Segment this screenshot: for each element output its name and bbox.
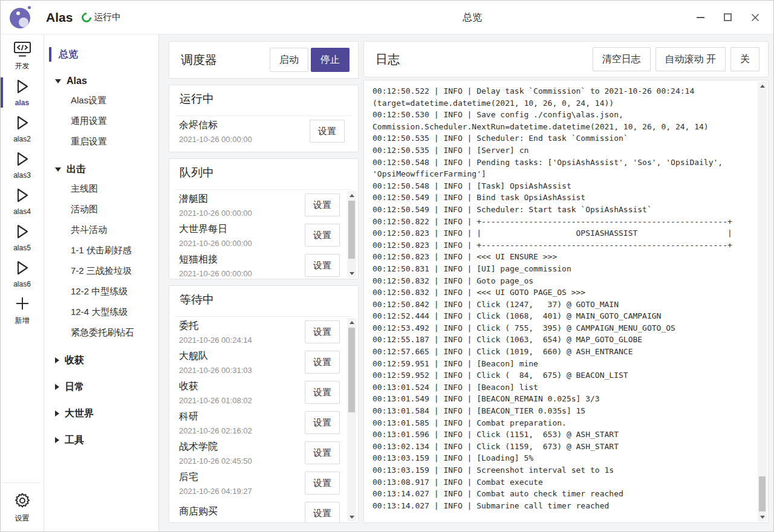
log-line: 00:12:50.842 | INFO | Click (1247, 37) @… bbox=[372, 299, 749, 311]
menu-item[interactable]: Alas设置 bbox=[44, 90, 158, 111]
task-name: 大世界每日 bbox=[179, 223, 252, 236]
menu-section-header-5[interactable]: 工具 bbox=[44, 431, 158, 449]
task-setting-button[interactable]: 设置 bbox=[305, 320, 340, 343]
rail-item-label: 新增 bbox=[15, 316, 30, 326]
task-next-run-time: 2021-10-26 02:45:50 bbox=[179, 456, 252, 465]
status-label: 运行中 bbox=[94, 11, 121, 23]
waiting-group-title: 等待中 bbox=[169, 292, 358, 313]
nav-rail-item-alas4[interactable]: alas4 bbox=[1, 183, 44, 219]
menu-item[interactable]: 紧急委托刷钻石 bbox=[44, 322, 158, 343]
running-group-card: 运行中 余烬信标2021-10-26 00:00:00设置 bbox=[169, 85, 359, 152]
task-menu: 总览 AlasAlas设置通用设置重启设置出击主线图活动图共斗活动1-1 伏击刷… bbox=[44, 34, 159, 531]
autoscroll-on-button[interactable]: 自动滚动 开 bbox=[655, 47, 726, 71]
task-setting-button[interactable]: 设置 bbox=[305, 381, 340, 404]
menu-item[interactable]: 活动图 bbox=[44, 199, 158, 219]
scrollbar-thumb[interactable] bbox=[759, 476, 766, 511]
scroll-down-icon bbox=[760, 516, 765, 519]
nav-rail-item-alas2[interactable]: alas2 bbox=[1, 111, 44, 147]
scheduler-stop-button[interactable]: 停止 bbox=[311, 48, 350, 72]
menu-section-header-4[interactable]: 大世界 bbox=[44, 404, 158, 423]
nav-rail-item-alas3[interactable]: alas3 bbox=[1, 147, 44, 183]
log-line: 00:13:08.917 | INFO | Combat execute bbox=[372, 476, 749, 488]
task-next-run-time: 2021-10-26 00:00:00 bbox=[179, 135, 252, 144]
nav-rail-item-dev[interactable]: 开发 bbox=[1, 38, 44, 74]
nav-rail-item-alas[interactable]: alas bbox=[1, 74, 44, 111]
rail-item-label: alas bbox=[15, 99, 29, 107]
menu-section-header-3[interactable]: 日常 bbox=[44, 378, 158, 396]
pending-group-card: 队列中 潜艇图2021-10-26 00:00:00设置大世界每日2021-10… bbox=[169, 158, 359, 279]
running-spinner-icon bbox=[80, 10, 94, 24]
task-setting-button[interactable]: 设置 bbox=[305, 193, 340, 216]
log-line: 00:12:59.952 | INFO | Click ( 84, 675) @… bbox=[372, 369, 749, 381]
task-name: 战术学院 bbox=[179, 441, 252, 453]
menu-item-overview[interactable]: 总览 bbox=[44, 45, 158, 63]
minimize-button[interactable] bbox=[687, 1, 714, 34]
autoscroll-off-button[interactable]: 关 bbox=[730, 47, 759, 71]
app-window: Alas 运行中 总览 开发alasalas2alas3alas4alas5al… bbox=[0, 0, 774, 532]
scroll-up-icon bbox=[350, 194, 354, 197]
menu-item[interactable]: 共斗活动 bbox=[44, 219, 158, 240]
running-group-title: 运行中 bbox=[169, 91, 358, 112]
scheduler-start-button[interactable]: 启动 bbox=[270, 48, 308, 72]
scrollbar-thumb[interactable] bbox=[348, 328, 355, 412]
menu-item[interactable]: 7-2 三战捡垃圾 bbox=[44, 261, 158, 281]
waiting-group-card: 等待中 委托2021-10-26 00:24:14设置大舰队2021-10-26… bbox=[169, 285, 359, 523]
rail-item-label: alas5 bbox=[13, 244, 31, 252]
task-row: 委托2021-10-26 00:24:14设置 bbox=[179, 317, 358, 347]
pending-scrollbar[interactable] bbox=[347, 191, 356, 277]
main-content: 调度器 启动 停止 运行中 余烬信标2021-10-26 00:00:00设置 … bbox=[159, 34, 773, 531]
nav-rail-item-alas6[interactable]: alas6 bbox=[1, 256, 44, 292]
task-setting-button[interactable]: 设置 bbox=[310, 120, 345, 143]
rail-item-label: alas3 bbox=[13, 171, 31, 180]
close-icon bbox=[751, 13, 759, 22]
scroll-up-icon bbox=[350, 321, 354, 324]
log-line: 00:12:50.548 | INFO | [Task] OpsiAshAssi… bbox=[372, 180, 749, 192]
task-setting-button[interactable]: 设置 bbox=[305, 472, 340, 495]
chevron-right-icon bbox=[55, 357, 59, 363]
task-setting-button[interactable]: 设置 bbox=[305, 254, 340, 277]
log-line: 00:12:52.444 | INFO | Click (1068, 401) … bbox=[372, 310, 749, 322]
nav-rail-item-settings[interactable]: 设置 bbox=[1, 483, 44, 531]
log-line: 00:12:55.187 | INFO | Click (1063, 654) … bbox=[372, 334, 749, 346]
rail-item-label: alas4 bbox=[13, 207, 31, 216]
chevron-right-icon bbox=[55, 384, 59, 390]
clear-log-button[interactable]: 清空日志 bbox=[593, 47, 651, 71]
menu-section-header-0[interactable]: Alas bbox=[44, 72, 158, 90]
log-line: 00:12:50.522 | INFO | Delay task `Commis… bbox=[372, 85, 749, 97]
log-line: 00:12:50.548 | INFO | Pending tasks: ['O… bbox=[372, 157, 749, 169]
log-line: 00:13:01.596 | INFO | Click (1151, 653) … bbox=[372, 429, 749, 441]
task-row: 短猫相接2021-10-26 00:00:00设置 bbox=[179, 250, 358, 279]
log-line: 00:13:02.134 | INFO | Click (1159, 673) … bbox=[372, 441, 749, 453]
menu-section-label: 出击 bbox=[67, 163, 86, 176]
waiting-scrollbar[interactable] bbox=[347, 318, 356, 521]
menu-item[interactable]: 12-4 大型练级 bbox=[44, 302, 158, 322]
menu-section-header-1[interactable]: 出击 bbox=[44, 160, 158, 178]
task-setting-button[interactable]: 设置 bbox=[305, 502, 340, 522]
app-name: Alas bbox=[46, 10, 73, 25]
scroll-up-icon bbox=[760, 85, 765, 88]
chevron-right-icon bbox=[55, 410, 59, 417]
menu-item[interactable]: 12-2 中型练级 bbox=[44, 281, 158, 302]
menu-section-label: 工具 bbox=[65, 434, 84, 447]
scheduler-column: 调度器 启动 停止 运行中 余烬信标2021-10-26 00:00:00设置 … bbox=[169, 41, 359, 523]
scheduler-status: 运行中 bbox=[82, 11, 121, 23]
nav-rail-item-add[interactable]: 新增 bbox=[1, 292, 44, 328]
task-setting-button[interactable]: 设置 bbox=[305, 224, 340, 247]
menu-item[interactable]: 主线图 bbox=[44, 178, 158, 199]
nav-rail-item-alas5[interactable]: alas5 bbox=[1, 219, 44, 256]
menu-item[interactable]: 重启设置 bbox=[44, 131, 158, 152]
menu-item[interactable]: 1-1 伏击刷好感 bbox=[44, 240, 158, 261]
menu-item[interactable]: 通用设置 bbox=[44, 111, 158, 131]
window-controls bbox=[687, 1, 773, 34]
close-button[interactable] bbox=[741, 1, 769, 34]
log-panel-header: 日志 清空日志 自动滚动 开 关 bbox=[363, 41, 769, 77]
menu-section-header-2[interactable]: 收获 bbox=[44, 351, 158, 369]
log-lines: 00:12:50.522 | INFO | Delay task `Commis… bbox=[372, 85, 749, 511]
task-setting-button[interactable]: 设置 bbox=[305, 411, 340, 434]
scrollbar-thumb[interactable] bbox=[348, 201, 355, 259]
log-scrollbar[interactable] bbox=[758, 82, 767, 521]
task-setting-button[interactable]: 设置 bbox=[305, 441, 340, 464]
maximize-button[interactable] bbox=[714, 1, 741, 34]
task-next-run-time: 2021-10-26 00:00:00 bbox=[179, 209, 252, 218]
task-setting-button[interactable]: 设置 bbox=[305, 351, 340, 374]
